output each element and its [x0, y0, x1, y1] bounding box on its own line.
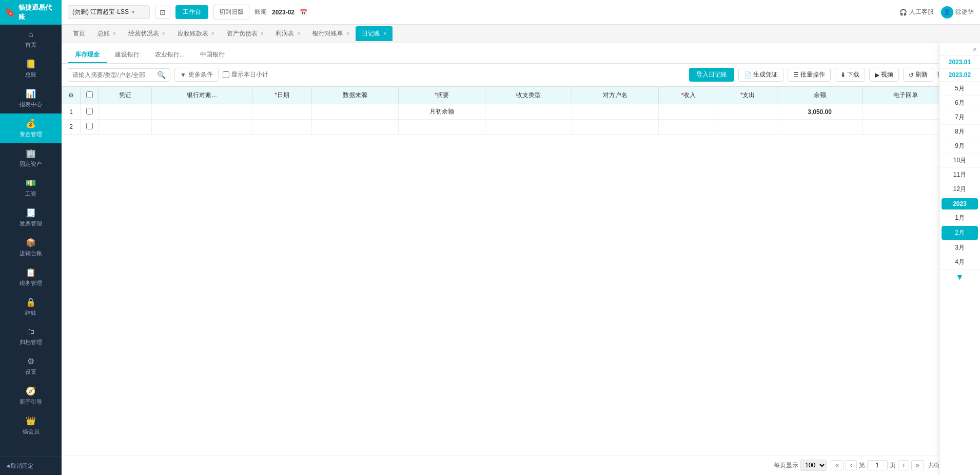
workbench-button[interactable]: 工作台 — [175, 5, 208, 19]
tab-profit[interactable]: 利润表 × — [269, 26, 306, 41]
row2-check[interactable] — [81, 120, 99, 135]
period-calendar-icon[interactable]: 📅 — [300, 9, 307, 16]
date-month-9[interactable]: 9月 — [939, 139, 980, 154]
tab-journal[interactable]: 日记账 × — [356, 26, 393, 41]
col-summary: *摘要 — [399, 87, 485, 104]
row1-bank-match — [151, 104, 252, 120]
old-version-button[interactable]: 切到旧版 — [213, 5, 249, 20]
last-page-button[interactable]: » — [911, 460, 924, 470]
show-daily-checkbox[interactable] — [223, 71, 229, 78]
next-page-button[interactable]: › — [898, 460, 909, 470]
period-value: 2023-02 — [272, 9, 295, 16]
row1-checkbox[interactable] — [86, 108, 93, 115]
company-selector[interactable]: (勿删) 江西超宝-LSS ▾ — [68, 5, 150, 19]
filter-button[interactable]: ▼ 更多条件 — [174, 68, 219, 82]
first-page-button[interactable]: « — [831, 460, 844, 470]
bank-tab-china[interactable]: 中国银行 — [193, 47, 232, 63]
row1-check[interactable] — [81, 104, 99, 120]
search-box[interactable]: 🔍 — [68, 68, 170, 82]
year-2023-badge[interactable]: 2023 — [942, 198, 978, 210]
import-button[interactable]: 导入日记账 — [689, 68, 734, 82]
app-logo: 🔖 畅捷通易代账 — [0, 0, 62, 25]
sidebar-item-inventory[interactable]: 📦 进销台账 — [0, 233, 62, 262]
page-size-selector[interactable]: 每页显示 100 50 200 — [774, 460, 827, 471]
sidebar-item-salary[interactable]: 💵 工资 — [0, 173, 62, 203]
sidebar-collapse[interactable]: ◄取消固定 — [0, 457, 62, 475]
page-size-select[interactable]: 100 50 200 — [800, 460, 827, 471]
ledger-icon: 📒 — [26, 59, 36, 69]
tab-bank-close[interactable]: × — [346, 31, 349, 36]
tab-receivable-close[interactable]: × — [211, 31, 214, 36]
date-month-11[interactable]: 11月 — [939, 168, 980, 182]
date-month-3[interactable]: 3月 — [939, 241, 980, 255]
tab-bank-reconcile[interactable]: 银行对账单 × — [306, 26, 356, 41]
sidebar-item-archive[interactable]: 🗂 归档管理 — [0, 322, 62, 351]
tab-receivable[interactable]: 应收账款表 × — [171, 26, 221, 41]
sidebar-item-fund[interactable]: 💰 资金管理 — [0, 113, 62, 143]
service-label: 人工客服 — [909, 8, 934, 16]
date-month-8[interactable]: 8月 — [939, 125, 980, 139]
period-label: 账期 — [254, 8, 267, 16]
tab-profit-close[interactable]: × — [297, 31, 300, 36]
bank-tab-construction[interactable]: 建设银行 — [108, 47, 147, 63]
service-button[interactable]: 🎧 人工客服 — [899, 8, 934, 16]
user-button[interactable]: 👤 徐逻华 — [941, 6, 974, 18]
sidebar-item-ledger[interactable]: 📒 总账 — [0, 54, 62, 84]
date-month-2[interactable]: 2月 — [942, 226, 978, 240]
sidebar-item-home[interactable]: 首页 — [0, 25, 62, 54]
date-month-5[interactable]: 5月 — [939, 82, 980, 96]
date-month-4[interactable]: 4月 — [939, 255, 980, 270]
select-all-checkbox[interactable] — [86, 91, 93, 98]
tab-biz-status[interactable]: 经营状况表 × — [122, 26, 171, 41]
bank-tab-cash[interactable]: 库存现金 — [68, 47, 107, 63]
sidebar-item-vip[interactable]: 👑 畅会员 — [0, 411, 62, 441]
sidebar-item-close-account[interactable]: 🔒 结账 — [0, 292, 62, 322]
tab-profit-label: 利润表 — [276, 29, 294, 38]
refresh-button[interactable]: ↺ 刷新 — [903, 68, 933, 82]
table-header: ⚙ 凭证 银行对账... *日期 — [62, 87, 980, 104]
tab-assets-close[interactable]: × — [261, 31, 264, 36]
batch-button[interactable]: ☰ 批量操作 — [788, 68, 831, 82]
date-month-1[interactable]: 1月 — [939, 211, 980, 225]
search-input[interactable] — [72, 71, 155, 79]
col-bank-match: 银行对账... — [151, 87, 252, 104]
sidebar-item-asset[interactable]: 🏢 固定资产 — [0, 143, 62, 173]
tab-ledger[interactable]: 总账 × — [91, 26, 122, 41]
date-month-6[interactable]: 6月 — [939, 96, 980, 110]
col-check[interactable] — [81, 87, 99, 104]
tab-journal-close[interactable]: × — [383, 31, 386, 36]
tab-ledger-close[interactable]: × — [113, 31, 116, 36]
bank-tab-agriculture[interactable]: 农业银行... — [148, 47, 192, 63]
show-daily-text: 显示本日小计 — [231, 70, 268, 79]
row2-bank-match — [151, 120, 252, 135]
tab-home[interactable]: 首页 — [67, 26, 91, 41]
col-income: *收入 — [659, 87, 718, 104]
close-date-panel-button[interactable]: × — [973, 45, 977, 53]
page-number-input[interactable] — [867, 460, 888, 470]
prev-page-button[interactable]: ‹ — [846, 460, 857, 470]
tab-assets-debts[interactable]: 资产负债表 × — [221, 26, 270, 41]
sidebar-item-tax[interactable]: 📋 税务管理 — [0, 262, 62, 292]
voucher-button[interactable]: 📄 生成凭证 — [738, 68, 783, 82]
date-month-12[interactable]: 12月 — [939, 182, 980, 197]
search-icon[interactable]: 🔍 — [157, 71, 166, 79]
date-panel-close: × — [939, 43, 980, 56]
video-button[interactable]: ▶ 视频 — [869, 68, 899, 82]
date-month-10[interactable]: 10月 — [939, 154, 980, 168]
date-entry-2023-01[interactable]: 2023.01 — [939, 56, 980, 69]
sidebar-item-invoice[interactable]: 🧾 发票管理 — [0, 203, 62, 233]
guide-icon: 🧭 — [26, 386, 36, 396]
date-month-7[interactable]: 7月 — [939, 110, 980, 125]
show-daily-label[interactable]: 显示本日小计 — [223, 70, 268, 79]
col-settings[interactable]: ⚙ — [62, 87, 81, 104]
download-button[interactable]: ⬇ 下载 — [835, 68, 865, 82]
sidebar-item-settings[interactable]: ⚙ 设置 — [0, 351, 62, 381]
copy-button[interactable]: ⊡ — [155, 6, 170, 19]
row2-income — [659, 120, 718, 135]
date-entry-2023-02[interactable]: 2023.02 — [939, 69, 980, 82]
sidebar-item-guide[interactable]: 🧭 新手引导 — [0, 381, 62, 411]
date-panel-scroll-down[interactable]: ▼ — [939, 270, 980, 285]
sidebar-item-report[interactable]: 📊 报表中心 — [0, 84, 62, 113]
row2-checkbox[interactable] — [86, 123, 93, 129]
tab-biz-close[interactable]: × — [162, 31, 165, 36]
